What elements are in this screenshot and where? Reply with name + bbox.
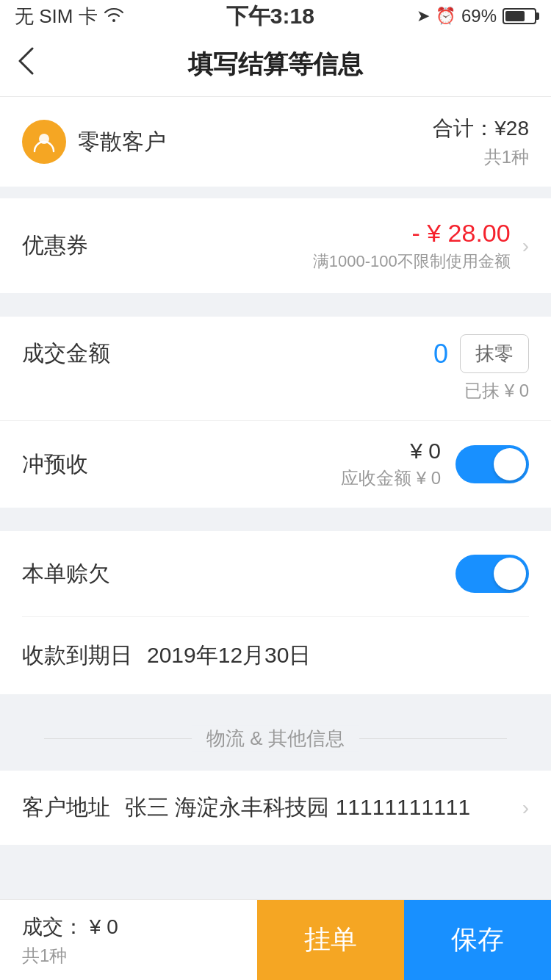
logistics-divider-section: 物流 & 其他信息 bbox=[0, 718, 551, 759]
carrier-text: 无 SIM 卡 bbox=[15, 4, 98, 29]
prepay-right: ¥ 0 应收金额 ¥ 0 bbox=[341, 439, 529, 490]
coupon-value: - ¥ 28.00 bbox=[313, 219, 511, 248]
bottom-transaction-value: ¥ 0 bbox=[90, 915, 118, 938]
bottom-transaction: 成交： ¥ 0 bbox=[22, 913, 235, 941]
coupon-right: - ¥ 28.00 满1000-100不限制使用金额 › bbox=[313, 219, 529, 273]
duedate-label: 收款到期日 bbox=[22, 641, 132, 671]
address-chevron-icon: › bbox=[522, 796, 529, 820]
address-value: 张三 海淀永丰科技园 11111111111 bbox=[125, 793, 470, 823]
spacer-2 bbox=[0, 519, 551, 531]
coupon-value-block: - ¥ 28.00 满1000-100不限制使用金额 bbox=[313, 219, 511, 273]
debt-label: 本单赊欠 bbox=[22, 559, 110, 589]
status-time: 下午3:18 bbox=[226, 1, 314, 32]
debt-section: 本单赊欠 收款到期日 2019年12月30日 bbox=[0, 531, 551, 694]
amount-input-area: 0 抹零 bbox=[433, 334, 529, 373]
battery-icon bbox=[503, 8, 536, 24]
nav-bar: 填写结算等信息 bbox=[0, 32, 551, 97]
customer-right: 合计：¥28 共1种 bbox=[433, 115, 529, 169]
amount-label: 成交金额 bbox=[22, 339, 110, 369]
save-button[interactable]: 保存 bbox=[404, 900, 551, 981]
status-right: ➤ ⏰ 69% bbox=[417, 6, 536, 26]
customer-row: 零散客户 合计：¥28 共1种 bbox=[0, 97, 551, 187]
address-section: 客户地址 张三 海淀永丰科技园 11111111111 › bbox=[0, 771, 551, 845]
prepay-row: 冲预收 ¥ 0 应收金额 ¥ 0 bbox=[0, 421, 551, 508]
duedate-row[interactable]: 收款到期日 2019年12月30日 bbox=[0, 617, 551, 694]
spacer-4 bbox=[0, 759, 551, 771]
prepay-values: ¥ 0 应收金额 ¥ 0 bbox=[341, 439, 441, 490]
battery-percent: 69% bbox=[461, 6, 497, 26]
spacer-1 bbox=[0, 305, 551, 317]
status-bar: 无 SIM 卡 下午3:18 ➤ ⏰ 69% bbox=[0, 0, 551, 32]
amount-row-top: 成交金额 0 抹零 bbox=[22, 334, 529, 373]
debt-toggle[interactable] bbox=[455, 555, 529, 593]
bottom-info: 成交： ¥ 0 共1种 bbox=[0, 913, 257, 968]
status-left: 无 SIM 卡 bbox=[15, 4, 124, 29]
customer-name: 零散客户 bbox=[78, 127, 166, 157]
customer-section: 零散客户 合计：¥28 共1种 bbox=[0, 97, 551, 187]
coupon-row[interactable]: 优惠券 - ¥ 28.00 满1000-100不限制使用金额 › bbox=[0, 198, 551, 293]
spacer-3 bbox=[0, 706, 551, 718]
prepay-sub: 应收金额 ¥ 0 bbox=[341, 466, 441, 490]
hold-button[interactable]: 挂单 bbox=[257, 900, 404, 981]
chevron-right-icon: › bbox=[522, 234, 529, 258]
amount-row-bottom: 已抹 ¥ 0 bbox=[22, 379, 529, 403]
debt-toggle-knob bbox=[494, 558, 526, 590]
address-row[interactable]: 客户地址 张三 海淀永丰科技园 11111111111 › bbox=[0, 771, 551, 845]
debt-row: 本单赊欠 bbox=[0, 531, 551, 616]
coupon-sub: 满1000-100不限制使用金额 bbox=[313, 251, 511, 273]
location-icon: ➤ bbox=[417, 7, 430, 26]
address-label: 客户地址 bbox=[22, 793, 110, 823]
prepay-label: 冲预收 bbox=[22, 450, 88, 480]
duedate-value: 2019年12月30日 bbox=[147, 641, 311, 671]
prepay-amount: ¥ 0 bbox=[341, 439, 441, 464]
back-button[interactable] bbox=[18, 47, 34, 82]
wifi-icon bbox=[104, 5, 124, 28]
amount-row: 成交金额 0 抹零 已抹 ¥ 0 bbox=[0, 317, 551, 421]
round-button[interactable]: 抹零 bbox=[460, 334, 529, 373]
divider-text: 物流 & 其他信息 bbox=[192, 726, 359, 752]
bottom-bar: 成交： ¥ 0 共1种 挂单 保存 bbox=[0, 899, 551, 980]
transaction-section: 成交金额 0 抹零 已抹 ¥ 0 冲预收 ¥ 0 应收金额 ¥ 0 bbox=[0, 317, 551, 508]
prepay-toggle[interactable] bbox=[455, 445, 529, 483]
alarm-icon: ⏰ bbox=[436, 7, 455, 26]
page-title: 填写结算等信息 bbox=[188, 48, 363, 82]
address-left: 客户地址 张三 海淀永丰科技园 11111111111 bbox=[22, 793, 470, 823]
amount-value[interactable]: 0 bbox=[433, 339, 448, 370]
coupon-section: 优惠券 - ¥ 28.00 满1000-100不限制使用金额 › bbox=[0, 198, 551, 293]
coupon-label: 优惠券 bbox=[22, 231, 88, 261]
avatar bbox=[22, 120, 66, 164]
customer-count: 共1种 bbox=[433, 145, 529, 169]
toggle-knob bbox=[494, 448, 526, 480]
bottom-count: 共1种 bbox=[22, 944, 235, 968]
bottom-transaction-label: 成交： bbox=[22, 915, 84, 938]
customer-total: 合计：¥28 bbox=[433, 115, 529, 143]
customer-left: 零散客户 bbox=[22, 120, 166, 164]
